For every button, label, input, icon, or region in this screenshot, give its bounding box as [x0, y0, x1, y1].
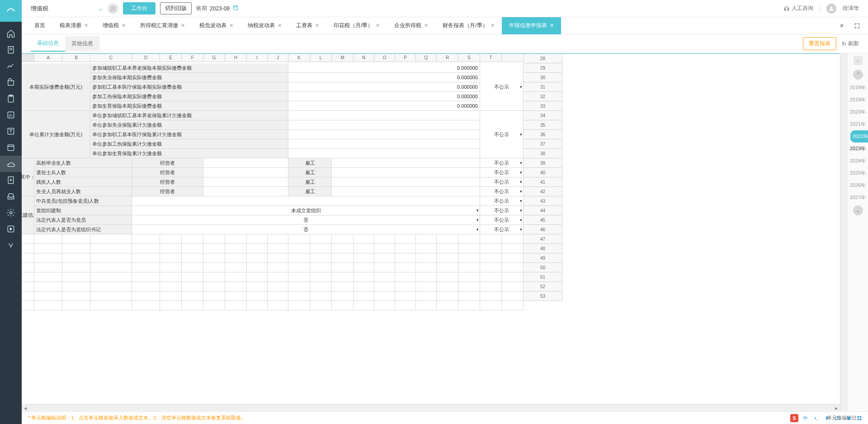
row-number[interactable]: 51	[524, 272, 562, 282]
empty-cell[interactable]	[288, 282, 310, 291]
row-number[interactable]: 46	[524, 225, 562, 234]
empty-cell[interactable]	[395, 253, 416, 263]
display-cell[interactable]: 不公示▾	[480, 168, 524, 177]
empty-cell[interactable]	[437, 253, 458, 263]
empty-cell[interactable]	[203, 253, 225, 263]
empty-cell[interactable]	[247, 234, 268, 244]
ime-mic-icon[interactable]	[823, 414, 831, 422]
empty-cell[interactable]	[247, 291, 268, 301]
year-2022年[interactable]: 2022年	[850, 130, 868, 143]
display-cell[interactable]: 不公示▾	[480, 215, 524, 225]
empty-cell[interactable]	[310, 301, 332, 310]
empty-cell[interactable]	[502, 234, 524, 244]
ime-keyboard-icon[interactable]	[834, 414, 842, 422]
empty-cell[interactable]	[437, 263, 458, 272]
empty-cell[interactable]	[62, 272, 90, 282]
empty-cell[interactable]	[203, 291, 225, 301]
empty-cell[interactable]	[182, 301, 203, 310]
close-tab-button[interactable]: ✕	[836, 20, 847, 31]
value-cell[interactable]	[203, 177, 288, 187]
empty-cell[interactable]	[502, 253, 524, 263]
tab-纳税波动表[interactable]: 纳税波动表✕	[241, 17, 289, 34]
empty-cell[interactable]	[354, 244, 374, 253]
empty-cell[interactable]	[395, 244, 416, 253]
year-2025年[interactable]: 2025年	[848, 167, 868, 179]
empty-cell[interactable]	[225, 263, 247, 272]
row-number[interactable]: 35	[524, 120, 562, 130]
nav-text-icon[interactable]	[0, 123, 22, 139]
empty-cell[interactable]	[310, 282, 332, 291]
empty-cell[interactable]	[62, 291, 90, 301]
empty-cell[interactable]	[437, 244, 458, 253]
col-header[interactable]: D	[132, 54, 160, 62]
col-header[interactable]: M	[332, 54, 354, 62]
value-cell[interactable]	[288, 130, 480, 139]
empty-cell[interactable]	[22, 301, 34, 310]
empty-cell[interactable]	[62, 301, 90, 310]
empty-cell[interactable]	[268, 244, 288, 253]
empty-cell[interactable]	[374, 282, 395, 291]
empty-cell[interactable]	[416, 272, 437, 282]
empty-cell[interactable]	[395, 263, 416, 272]
year-2018年[interactable]: 2018年	[848, 81, 868, 94]
empty-cell[interactable]	[225, 244, 247, 253]
empty-cell[interactable]	[332, 253, 354, 263]
horizontal-scrollbar[interactable]: ◂ ▸	[22, 404, 840, 411]
row-number[interactable]: 49	[524, 253, 562, 263]
empty-cell[interactable]	[160, 253, 182, 263]
empty-cell[interactable]	[160, 244, 182, 253]
empty-cell[interactable]	[34, 253, 62, 263]
row-number[interactable]: 30	[524, 73, 562, 82]
col-header[interactable]: O	[374, 54, 395, 62]
empty-cell[interactable]	[268, 253, 288, 263]
col-header[interactable]: J	[268, 54, 288, 62]
empty-cell[interactable]	[288, 234, 310, 244]
reset-button[interactable]: 重置报表	[803, 37, 836, 50]
year-2020年[interactable]: 2020年	[848, 106, 868, 118]
tab-税表清册[interactable]: 税表清册✕	[52, 17, 95, 34]
tab-印花税（月/季）[interactable]: 印花税（月/季）✕	[326, 17, 387, 34]
col-header[interactable]: L	[310, 54, 332, 62]
empty-cell[interactable]	[182, 272, 203, 282]
ime-punct-icon[interactable]: •,	[812, 414, 820, 422]
row-number[interactable]: 32	[524, 92, 562, 101]
col-header[interactable]: B	[62, 54, 90, 62]
display-cell[interactable]: 不公示▾	[480, 196, 524, 206]
empty-cell[interactable]	[247, 253, 268, 263]
empty-cell[interactable]	[203, 244, 225, 253]
scroll-left-icon[interactable]: ◂	[22, 405, 29, 412]
close-icon[interactable]: ✕	[424, 23, 428, 29]
ime-zh-icon[interactable]: 中	[801, 414, 809, 422]
expand-button[interactable]	[852, 20, 863, 31]
empty-cell[interactable]	[90, 253, 132, 263]
close-icon[interactable]: ✕	[181, 23, 185, 29]
empty-cell[interactable]	[225, 291, 247, 301]
empty-cell[interactable]	[34, 282, 62, 291]
vertical-scrollbar[interactable]	[840, 53, 847, 411]
empty-cell[interactable]	[34, 272, 62, 282]
value-cell[interactable]: 0.000000	[288, 73, 480, 82]
empty-cell[interactable]	[160, 282, 182, 291]
empty-cell[interactable]	[132, 282, 160, 291]
empty-cell[interactable]	[268, 263, 288, 272]
empty-cell[interactable]	[437, 301, 458, 310]
empty-cell[interactable]	[374, 244, 395, 253]
empty-cell[interactable]	[416, 301, 437, 310]
empty-cell[interactable]	[416, 244, 437, 253]
col-header[interactable]: P	[395, 54, 416, 62]
empty-cell[interactable]	[354, 263, 374, 272]
empty-cell[interactable]	[22, 282, 34, 291]
row-number[interactable]: 45	[524, 215, 562, 225]
empty-cell[interactable]	[132, 272, 160, 282]
close-icon[interactable]: ✕	[550, 23, 554, 29]
row-number[interactable]: 31	[524, 82, 562, 92]
close-icon[interactable]: ✕	[122, 23, 126, 29]
close-icon[interactable]: ✕	[376, 23, 380, 29]
empty-cell[interactable]	[502, 282, 524, 291]
col-header[interactable]: H	[225, 54, 247, 62]
empty-cell[interactable]	[502, 291, 524, 301]
empty-cell[interactable]	[268, 282, 288, 291]
empty-cell[interactable]	[182, 282, 203, 291]
empty-cell[interactable]	[182, 263, 203, 272]
value-cell[interactable]	[288, 111, 480, 120]
